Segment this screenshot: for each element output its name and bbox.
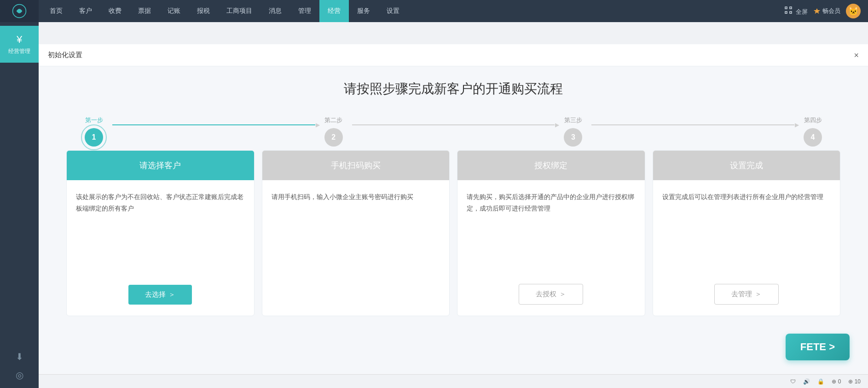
- step-card-2-body: 请用手机扫码，输入小微企业主账号密码进行购买: [262, 180, 450, 297]
- go-select-label: 去选择: [145, 290, 166, 299]
- step-card-3-header: 授权绑定: [457, 151, 645, 180]
- step-card-1-footer: 去选择 ＞: [67, 277, 254, 316]
- nav-charge[interactable]: 收费: [100, 0, 130, 22]
- go-select-arrow: ＞: [168, 290, 175, 299]
- counter-10: ⊕ 10: [848, 378, 861, 385]
- step-card-1-header: 请选择客户: [67, 151, 254, 180]
- step-4-label: 第四步: [804, 116, 822, 124]
- yuan-icon: ¥: [17, 34, 22, 46]
- main-title: 请按照步骤完成新客户的开通购买流程: [57, 80, 850, 98]
- top-nav: 首页 客户 收费 票据 记账 报税 工商项目 消息 管理 经营 服务 设置 全屏…: [0, 0, 868, 22]
- sidebar-item-management[interactable]: ¥ 经营管理: [0, 26, 39, 63]
- fullscreen-button[interactable]: 全屏: [785, 6, 808, 16]
- main-content: 初始化设置 × 请按照步骤完成新客户的开通购买流程 第一步 1 第二步 2 第三…: [39, 44, 868, 388]
- vip-label: 畅会员: [822, 7, 840, 15]
- step-node-2: 第二步 2: [315, 116, 352, 147]
- step-card-1: 请选择客户 该处展示的客户为不在回收站、客户状态正常建账后完成老板端绑定的所有客…: [66, 150, 255, 316]
- go-manage-arrow: ＞: [755, 290, 762, 299]
- nav-service[interactable]: 服务: [349, 0, 378, 22]
- step-3-label: 第三步: [564, 116, 582, 124]
- vip-button[interactable]: 畅会员: [813, 7, 840, 15]
- svg-rect-4: [790, 12, 792, 13]
- svg-rect-2: [790, 7, 792, 9]
- step-card-4-body: 设置完成后可以在管理列表进行所有企业用户的经营管理: [653, 180, 840, 276]
- nav-invoice[interactable]: 票据: [130, 0, 159, 22]
- nav-business[interactable]: 工商项目: [218, 0, 260, 22]
- logo-icon: [12, 4, 27, 18]
- step-node-4: 第四步 4: [794, 116, 831, 147]
- nav-client[interactable]: 客户: [71, 0, 100, 22]
- connector-2-3: [352, 124, 555, 125]
- svg-marker-5: [814, 8, 820, 14]
- volume-icon: 🔊: [803, 378, 810, 385]
- fete-button[interactable]: FETE >: [786, 334, 850, 360]
- sidebar-logo: [0, 0, 39, 22]
- sidebar: ¥ 经营管理 ⬇ ◎: [0, 0, 39, 388]
- step-2-circle: 2: [324, 128, 343, 147]
- fullscreen-label: 全屏: [796, 8, 808, 15]
- step-node-3: 第三步 3: [555, 116, 591, 147]
- svg-rect-3: [785, 12, 787, 13]
- nav-operation[interactable]: 经营: [319, 0, 349, 22]
- sidebar-item-label: 经营管理: [8, 47, 30, 55]
- step-card-1-body: 该处展示的客户为不在回收站、客户状态正常建账后完成老板端绑定的所有客户: [67, 180, 254, 277]
- step-card-3-footer: 去授权 ＞: [457, 276, 645, 316]
- step-card-4: 设置完成 设置完成后可以在管理列表进行所有企业用户的经营管理 去管理 ＞: [653, 150, 841, 316]
- avatar[interactable]: 🐱: [846, 4, 861, 18]
- step-node-1: 第一步 1: [75, 116, 112, 147]
- step-4-circle: 4: [804, 128, 822, 147]
- page-header: 初始化设置 ×: [39, 44, 868, 66]
- connector-3-4: [591, 124, 794, 125]
- step-card-2-header: 手机扫码购买: [262, 151, 450, 180]
- svg-rect-1: [785, 7, 787, 9]
- lock-icon: 🔒: [817, 378, 824, 385]
- support-icon[interactable]: ◎: [16, 370, 23, 381]
- step-card-4-header: 设置完成: [653, 151, 840, 180]
- step-1-label: 第一步: [85, 116, 103, 124]
- sidebar-bottom: ⬇ ◎: [16, 351, 23, 388]
- counter-0: ⊕ 0: [832, 378, 841, 385]
- statusbar-right: 🛡 🔊 🔒 ⊕ 0 ⊕ 10: [790, 378, 861, 385]
- statusbar: ▶ 完成 🛡 🔊 🔒 ⊕ 0 ⊕ 10: [0, 374, 868, 388]
- connector-1-2: [112, 124, 315, 125]
- go-select-button[interactable]: 去选择 ＞: [128, 285, 192, 305]
- shield-icon: 🛡: [790, 378, 796, 385]
- step-1-circle: 1: [85, 128, 103, 147]
- nav-message[interactable]: 消息: [260, 0, 290, 22]
- step-card-4-footer: 去管理 ＞: [653, 276, 840, 316]
- step-2-label: 第二步: [324, 116, 342, 124]
- go-manage-label: 去管理: [731, 290, 752, 299]
- step-card-3-body: 请先购买，购买后选择开通的产品中的企业用户进行授权绑定，成功后即可进行经营管理: [457, 180, 645, 276]
- cards-row: 请选择客户 该处展示的客户为不在回收站、客户状态正常建账后完成老板端绑定的所有客…: [57, 150, 850, 316]
- nav-settings[interactable]: 设置: [378, 0, 408, 22]
- step-card-2: 手机扫码购买 请用手机扫码，输入小微企业主账号密码进行购买: [262, 150, 450, 316]
- page-title: 初始化设置: [48, 51, 82, 59]
- step-card-2-footer: [262, 297, 450, 316]
- content-area: 请按照步骤完成新客户的开通购买流程 第一步 1 第二步 2 第三步 3: [39, 66, 868, 388]
- nav-bookkeeping[interactable]: 记账: [159, 0, 189, 22]
- step-3-circle: 3: [564, 128, 582, 147]
- nav-tax[interactable]: 报税: [189, 0, 218, 22]
- go-authorize-label: 去授权: [536, 290, 556, 299]
- step-card-3: 授权绑定 请先购买，购买后选择开通的产品中的企业用户进行授权绑定，成功后即可进行…: [457, 150, 645, 316]
- nav-right: 全屏 畅会员 🐱: [785, 4, 868, 18]
- download-icon[interactable]: ⬇: [16, 351, 23, 362]
- go-authorize-button[interactable]: 去授权 ＞: [519, 284, 583, 305]
- go-manage-button[interactable]: 去管理 ＞: [714, 284, 779, 305]
- close-button[interactable]: ×: [854, 50, 859, 60]
- go-authorize-arrow: ＞: [559, 290, 566, 299]
- nav-home[interactable]: 首页: [41, 0, 71, 22]
- steps-row: 第一步 1 第二步 2 第三步 3 第四步 4: [57, 116, 850, 147]
- nav-manage[interactable]: 管理: [290, 0, 319, 22]
